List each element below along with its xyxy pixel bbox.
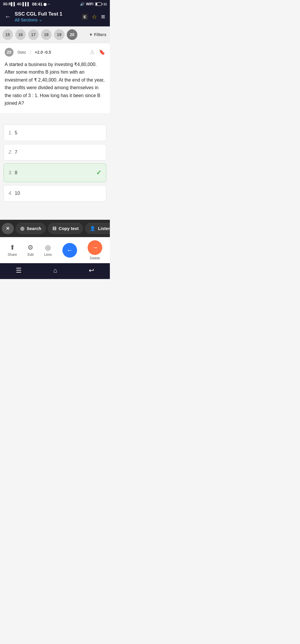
edit-icon: ⚙: [28, 244, 33, 251]
question-marks: +2.0 -0.5: [35, 50, 51, 55]
status-dot: ⬤: [43, 3, 47, 6]
battery-icon: [95, 2, 102, 6]
option-2-label: 2.7: [8, 150, 17, 155]
dropdown-chevron: ⌄: [39, 17, 42, 22]
search-button[interactable]: ◎ Search: [16, 223, 46, 234]
correct-check-icon: ✓: [96, 169, 101, 177]
network-3g: 3G: [3, 2, 8, 6]
filters-label: Filters: [94, 32, 106, 37]
q-num-15[interactable]: 15: [2, 29, 13, 40]
close-toolbar-button[interactable]: ✕: [2, 223, 14, 234]
alert-icon[interactable]: ⚠: [90, 49, 95, 55]
option-2[interactable]: 2.7: [4, 144, 106, 160]
status-icons: 🔊 WiFi 11: [80, 2, 107, 6]
back-nav-button[interactable]: ←: [62, 243, 77, 258]
copy-text-button[interactable]: ⊟ Copy text: [48, 223, 83, 234]
listen-icon: 👤: [90, 226, 96, 231]
next-nav-button[interactable]: →: [88, 240, 102, 255]
q-num-16[interactable]: 16: [15, 29, 26, 40]
status-network: 3G R▌▌ 4G ▌▌▌ 08:41 ⬤ ···: [3, 2, 50, 6]
option-1-label: 1.5: [8, 130, 17, 136]
search-label: Search: [27, 226, 41, 231]
lens-nav-item[interactable]: ◎ Lens: [44, 244, 52, 257]
bookmark-icon[interactable]: 🔖: [99, 49, 105, 55]
lens-icon: ◎: [45, 244, 51, 251]
status-bar: 3G R▌▌ 4G ▌▌▌ 08:41 ⬤ ··· 🔊 WiFi 11: [0, 0, 110, 8]
question-text: A started a business by investing ₹4,80,…: [5, 61, 105, 107]
battery-percent: 11: [103, 2, 107, 6]
e-badge: E: [82, 14, 88, 20]
wifi-icon: WiFi: [86, 2, 93, 6]
filters-button[interactable]: ▼ Filters: [88, 32, 108, 37]
status-time: 08:41: [32, 2, 42, 6]
delete-label: Delete: [90, 256, 100, 260]
toolbar-strip: ✕ ◎ Search ⊟ Copy text 👤 Listen: [0, 220, 110, 237]
share-icon: ⬆: [10, 244, 15, 251]
header: ← SSC CGL Full Test 1 All Sections ⌄ E ☆…: [0, 8, 110, 26]
app-title: SSC CGL Full Test 1: [15, 11, 62, 17]
home-bar: ☰ ⌂ ↩: [0, 263, 110, 279]
q-num-19[interactable]: 19: [54, 29, 64, 40]
star-icon[interactable]: ☆: [92, 13, 97, 20]
share-nav-item[interactable]: ⬆ Share: [8, 244, 17, 257]
signal-bars-2: ▌▌▌: [23, 2, 30, 6]
back-button[interactable]: ←: [5, 13, 11, 21]
content-spacer: [0, 115, 110, 121]
option-3[interactable]: 3.8 ✓: [4, 163, 106, 182]
home-icon[interactable]: ⌂: [53, 267, 57, 274]
close-icon: ✕: [6, 226, 10, 231]
next-arrow-icon: →: [92, 244, 98, 251]
section-label: All Sections: [15, 17, 38, 22]
filter-icon: ▼: [89, 32, 93, 37]
back-gesture-icon[interactable]: ↩: [89, 267, 94, 274]
option-4[interactable]: 4.10: [4, 185, 106, 202]
q-num-20[interactable]: 20: [67, 29, 77, 40]
content-spacer-2: [0, 208, 110, 220]
option-1[interactable]: 1.5: [4, 125, 106, 141]
section-selector[interactable]: All Sections ⌄: [15, 17, 62, 22]
meta-divider: [30, 50, 31, 55]
header-left: ← SSC CGL Full Test 1 All Sections ⌄: [5, 11, 62, 22]
listen-button[interactable]: 👤 Listen: [85, 223, 110, 234]
copy-label: Copy text: [59, 226, 79, 231]
lens-label: Lens: [44, 253, 52, 257]
share-label: Share: [8, 253, 17, 257]
question-number-badge: 20: [5, 48, 13, 57]
options-area: 1.5 2.7 3.8 ✓ 4.10: [0, 121, 110, 208]
back-arrow-icon: ←: [67, 246, 73, 254]
numbers-bar: 15 16 17 18 19 20 ▼ Filters: [0, 26, 110, 43]
header-right: E ☆ ≡: [82, 13, 105, 21]
network-4g: 4G: [17, 2, 22, 6]
q-num-18[interactable]: 18: [41, 29, 52, 40]
status-dots: ···: [47, 3, 50, 6]
menu-icon[interactable]: ≡: [101, 13, 105, 21]
bottom-navigation: ⬆ Share ⚙ Edit ◎ Lens ← → Delete: [0, 237, 110, 263]
listen-label: Listen: [98, 226, 110, 231]
search-icon: ◎: [20, 226, 24, 231]
option-3-label: 3.8: [8, 170, 17, 175]
question-time: 0sec: [18, 50, 26, 55]
delete-nav-item[interactable]: → Delete: [88, 240, 102, 260]
question-area: 20 0sec +2.0 -0.5 ⚠ 🔖 A started a busine…: [0, 43, 110, 113]
edit-nav-item[interactable]: ⚙ Edit: [28, 244, 34, 257]
hamburger-icon[interactable]: ☰: [16, 267, 22, 274]
signal-bars-1: R▌▌: [8, 2, 16, 6]
q-num-17[interactable]: 17: [28, 29, 39, 40]
header-title-area: SSC CGL Full Test 1 All Sections ⌄: [15, 11, 62, 22]
question-meta: 20 0sec +2.0 -0.5 ⚠ 🔖: [5, 48, 105, 57]
question-icons: ⚠ 🔖: [90, 49, 105, 55]
edit-label: Edit: [28, 253, 34, 257]
copy-icon: ⊟: [52, 226, 56, 231]
option-4-label: 4.10: [8, 191, 20, 196]
volume-icon: 🔊: [80, 2, 84, 6]
